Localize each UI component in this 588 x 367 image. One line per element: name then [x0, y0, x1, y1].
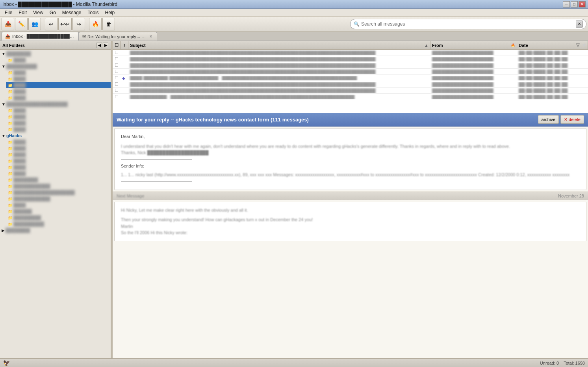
close-button[interactable]: ✕	[579, 1, 586, 7]
sidebar-item-group2[interactable]: ▼ ██████████	[0, 63, 111, 69]
sidebar-item-group1[interactable]: ▼ ████████	[0, 50, 111, 57]
msg-checkbox-1[interactable]: ☐	[113, 50, 121, 55]
menu-message[interactable]: Message	[59, 9, 85, 16]
sidebar-item-g13[interactable]: 📁 █████████	[6, 214, 111, 221]
archive-label: archive	[542, 117, 555, 122]
msg-checkbox-5[interactable]: ☐	[113, 75, 121, 80]
reply-all-button[interactable]: ↩↩	[58, 18, 72, 30]
delete-button[interactable]: 🗑	[102, 18, 115, 30]
sidebar-item-g14[interactable]: 📁 ██████████	[6, 221, 111, 227]
msg-row-1[interactable]: ☐ ██████████████████████████████████████…	[113, 50, 588, 56]
menu-help[interactable]: Help	[102, 9, 118, 16]
minimize-button[interactable]: ─	[563, 1, 570, 7]
msg1-sign2: Nick	[137, 149, 146, 156]
message-2-content: Hi Nicky, Let me make clear right here w…	[115, 202, 586, 241]
message-1-body: Dear Martin, I understand that you didn'…	[114, 128, 586, 190]
menu-file[interactable]: File	[2, 9, 15, 16]
sidebar-item-g3[interactable]: 📁 ████	[6, 151, 111, 158]
msg-checkbox-7[interactable]: ☐	[113, 88, 121, 93]
sidebar-item-g2[interactable]: 📁 ████	[6, 145, 111, 151]
sidebar-item-2c[interactable]: 📁 ████	[6, 82, 111, 88]
tab-thread-close[interactable]: ✕	[148, 34, 154, 39]
sidebar-item-2d[interactable]: 📁 ████	[6, 88, 111, 95]
msg-row-5[interactable]: ☐ ◆ ████ ████████ ████████████████ · ███…	[113, 75, 588, 81]
sidebar-item-3b[interactable]: 📁 ████	[6, 114, 111, 120]
sidebar-item-archive[interactable]: ▶ ████████	[0, 227, 111, 233]
compose-icon: ✏️	[18, 21, 25, 27]
msg-row-6[interactable]: ☐ ██████████████████████████████████████…	[113, 81, 588, 88]
sidebar-item-g1[interactable]: 📁 ████	[6, 139, 111, 145]
sidebar-item-g8[interactable]: 📁 ████████████	[6, 183, 111, 189]
delete-label: delete	[569, 117, 581, 122]
folder-icon: 📁	[8, 216, 13, 220]
reply-button[interactable]: ↩	[45, 18, 58, 30]
titlebar-controls: ─ □ ✕	[563, 1, 586, 7]
sidebar-label: ████████	[6, 51, 31, 56]
sidebar-item-3d[interactable]: 📁 ████	[6, 126, 111, 132]
next-msg-date: November 28	[558, 194, 584, 198]
sidebar-expand-button[interactable]: ▶	[103, 43, 108, 48]
maximize-button[interactable]: □	[571, 1, 578, 7]
sidebar-item-g9[interactable]: 📁 ████████████████████	[6, 189, 111, 196]
compose-button[interactable]: ✏️	[15, 18, 28, 30]
msg-row-4[interactable]: ☐ ██████████████████████████████████████…	[113, 69, 588, 75]
spam-button[interactable]: 🔥	[89, 18, 102, 30]
tab-inbox[interactable]: 📥 Inbox - ████████████████	[2, 32, 79, 41]
msg-row-8[interactable]: ☐ ████████████ · ███████████████████████…	[113, 94, 588, 100]
sidebar-item-g7[interactable]: 📁 ████████	[6, 177, 111, 183]
folder-icon: 📁	[8, 190, 13, 195]
tab-thread[interactable]: ✉ Re: Waiting for your reply -- gHacks..…	[79, 32, 157, 41]
sidebar-item-2b[interactable]: 📁 ████	[6, 76, 111, 82]
col-header-subject[interactable]: Subject ▲	[128, 41, 430, 49]
sidebar-item-g10[interactable]: 📁 ████████████	[6, 196, 111, 202]
sidebar-item-group3[interactable]: ▼ ████████████████████	[0, 101, 111, 107]
sidebar-item-2e[interactable]: 📁 ████	[6, 95, 111, 101]
menu-edit[interactable]: Edit	[15, 9, 30, 16]
sidebar-label: ████	[13, 114, 26, 119]
msg-row-3[interactable]: ☐ ██████████████████████████████████████…	[113, 62, 588, 69]
msg-subject-6: ████████████████████████████████████████…	[128, 82, 430, 87]
sidebar-label: ████	[13, 165, 26, 170]
forward-button[interactable]: ↪	[72, 18, 85, 30]
msg-row-7[interactable]: ☐ ██████████████████████████████████████…	[113, 88, 588, 94]
sidebar-item-3a[interactable]: 📁 ████	[6, 107, 111, 114]
msg2-para1: Let me make clear right here with the ob…	[139, 207, 248, 214]
get-mail-button[interactable]: 📥	[2, 18, 14, 30]
sidebar-item-g5[interactable]: 📁 ████	[6, 164, 111, 170]
sidebar-collapse-button[interactable]: ◀	[96, 43, 102, 48]
msg-checkbox-3[interactable]: ☐	[113, 63, 121, 68]
msg-checkbox-6[interactable]: ☐	[113, 82, 121, 87]
msg-row-2[interactable]: ☐ ██████████████████████████████████████…	[113, 56, 588, 62]
search-input[interactable]	[361, 21, 574, 27]
msg-from-7: ████████████████████	[430, 88, 517, 93]
sidebar-item-g4[interactable]: 📁 ████	[6, 158, 111, 164]
sidebar-item-g11[interactable]: 📁 ████	[6, 202, 111, 208]
sidebar-item-3c[interactable]: 📁 ████	[6, 120, 111, 126]
sidebar-label: ████	[13, 121, 26, 125]
search-clear-button[interactable]: ✕	[576, 20, 583, 28]
sidebar-label: ████	[13, 89, 26, 94]
msg-checkbox-4[interactable]: ☐	[113, 69, 121, 74]
msg-checkbox-8[interactable]: ☐	[113, 94, 121, 99]
sidebar-label: ██████	[13, 209, 32, 214]
menu-go[interactable]: Go	[46, 9, 59, 16]
col-header-date[interactable]: Date ▽ ★	[517, 41, 588, 49]
get-mail-icon: 📥	[5, 21, 11, 27]
col-header-checkbox[interactable]: ☐	[113, 41, 121, 49]
folder-icon: 📁	[8, 83, 13, 88]
msg2-footer: So the I'll 2006 Hi this Nicky wrote:	[121, 229, 187, 236]
sidebar-item-ghacks[interactable]: ▼ gHacks	[0, 132, 111, 139]
sidebar-item-2a[interactable]: 📁 ████	[6, 69, 111, 76]
col-header-flags[interactable]: !	[121, 41, 128, 49]
msg-checkbox-2[interactable]: ☐	[113, 56, 121, 61]
col-header-from[interactable]: From 🔥	[430, 41, 517, 49]
sidebar-item-g6[interactable]: 📁 ████	[6, 170, 111, 177]
delete-thread-button[interactable]: ✕ delete	[560, 115, 584, 124]
folder-icon: 📁	[8, 184, 13, 188]
menu-view[interactable]: View	[30, 9, 46, 16]
address-book-button[interactable]: 👥	[28, 18, 41, 30]
menu-tools[interactable]: Tools	[85, 9, 102, 16]
sidebar-item-g12[interactable]: 📁 ██████	[6, 208, 111, 214]
sidebar-item-1[interactable]: 📁 ████	[6, 57, 111, 63]
archive-button[interactable]: archive	[538, 115, 559, 124]
